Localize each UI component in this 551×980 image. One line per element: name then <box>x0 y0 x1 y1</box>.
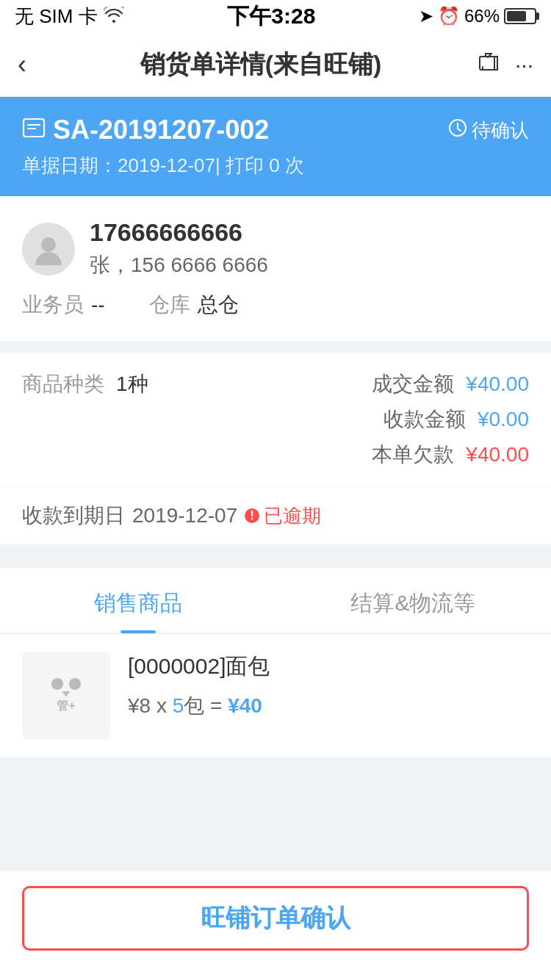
owl-eye-right <box>69 678 81 690</box>
divider-1 <box>0 341 551 353</box>
equals-text: = <box>204 694 228 717</box>
product-info: [0000002]面包 ¥8 x 5包 = ¥40 <box>128 652 529 720</box>
back-button[interactable]: ‹ <box>18 49 62 80</box>
nav-actions: ··· <box>460 51 533 78</box>
amount-label-0: 成交金额 <box>372 370 454 398</box>
order-banner: SA-20191207-002 待确认 单据日期：2019-12-07| 打印 … <box>0 97 551 196</box>
due-date-section: 收款到期日 2019-12-07 ! 已逾期 <box>0 486 551 544</box>
share-icon[interactable] <box>478 51 500 78</box>
unit-text: 包 <box>184 694 204 717</box>
product-kind: 商品种类 1种 <box>22 370 148 398</box>
product-price-row: ¥8 x 5包 = ¥40 <box>128 692 529 720</box>
clock-icon <box>448 118 467 143</box>
overdue-icon: ! <box>245 508 259 523</box>
alarm-icon: ⏰ <box>438 6 460 26</box>
owl-eye-left <box>51 678 63 690</box>
product-kind-value: 1种 <box>116 370 148 398</box>
status-right: ➤ ⏰ 66% <box>419 6 536 26</box>
owl-text: 管+ <box>57 699 75 714</box>
order-status: 待确认 <box>448 118 529 143</box>
customer-name: 张，156 6666 6666 <box>90 251 529 279</box>
amount-value-2: ¥40.00 <box>466 443 529 466</box>
due-date-value: 2019-12-07 <box>132 504 237 527</box>
amount-label-1: 收款金额 <box>383 406 466 433</box>
status-carrier: 无 SIM 卡 <box>15 4 124 29</box>
page-title: 销货单详情(来自旺铺) <box>62 48 460 82</box>
summary-section: 商品种类 1种 成交金额 ¥40.00 收款金额 ¥0.00 本单欠款 ¥40.… <box>0 353 551 486</box>
nav-bar: ‹ 销货单详情(来自旺铺) ··· <box>0 32 551 97</box>
owl-beak <box>62 691 71 697</box>
customer-meta: 业务员 -- 仓库 总仓 <box>22 291 529 319</box>
amounts-list: 成交金额 ¥40.00 收款金额 ¥0.00 本单欠款 ¥40.00 <box>372 370 529 469</box>
price-base: ¥8 x <box>128 694 173 717</box>
order-icon <box>22 118 46 143</box>
battery-icon <box>504 8 536 24</box>
carrier-text: 无 SIM 卡 <box>15 4 98 29</box>
amount-value-1: ¥0.00 <box>478 408 529 431</box>
due-date-label: 收款到期日 <box>22 502 125 530</box>
confirm-button[interactable]: 旺铺订单确认 <box>22 886 529 951</box>
amount-row-2: 本单欠款 ¥40.00 <box>372 441 529 469</box>
salesperson-value: -- <box>91 293 105 317</box>
order-date: 单据日期：2019-12-07| 打印 0 次 <box>22 153 529 179</box>
tab-products[interactable]: 销售商品 <box>0 568 276 633</box>
avatar <box>22 223 75 275</box>
total-price: ¥40 <box>228 694 262 717</box>
customer-info: 17666666666 张，156 6666 6666 <box>90 218 529 279</box>
customer-phone: 17666666666 <box>90 218 529 247</box>
product-section: 管+ [0000002]面包 ¥8 x 5包 = ¥40 <box>0 634 551 757</box>
more-icon[interactable]: ··· <box>515 52 533 77</box>
warehouse-item: 仓库 总仓 <box>149 291 239 319</box>
amount-label-2: 本单欠款 <box>372 441 454 469</box>
product-name: [0000002]面包 <box>128 652 529 682</box>
salesperson-item: 业务员 -- <box>22 291 105 319</box>
qty-value: 5 <box>173 694 184 717</box>
order-id: SA-20191207-002 <box>22 115 269 145</box>
product-logo: 管+ <box>51 678 81 714</box>
salesperson-label: 业务员 <box>22 291 84 319</box>
wifi-icon <box>104 5 124 28</box>
status-time: 下午3:28 <box>227 1 315 32</box>
overdue-badge: ! 已逾期 <box>245 503 321 529</box>
amount-value-0: ¥40.00 <box>466 372 529 396</box>
status-bar: 无 SIM 卡 下午3:28 ➤ ⏰ 66% <box>0 0 551 32</box>
product-image: 管+ <box>22 652 110 740</box>
bottom-bar: 旺铺订单确认 <box>0 871 551 980</box>
product-item: 管+ [0000002]面包 ¥8 x 5包 = ¥40 <box>22 652 529 740</box>
warehouse-label: 仓库 <box>149 291 190 319</box>
svg-point-3 <box>41 237 56 252</box>
product-kind-label: 商品种类 <box>22 370 104 398</box>
customer-section: 17666666666 张，156 6666 6666 业务员 -- 仓库 总仓 <box>0 196 551 341</box>
amount-row-1: 收款金额 ¥0.00 <box>383 406 529 433</box>
location-icon: ➤ <box>419 6 433 26</box>
tabs-section: 销售商品 结算&物流等 <box>0 568 551 634</box>
tab-settlement[interactable]: 结算&物流等 <box>276 568 551 633</box>
overdue-text: 已逾期 <box>264 503 321 529</box>
warehouse-value: 总仓 <box>198 291 239 319</box>
amount-row-0: 成交金额 ¥40.00 <box>372 370 529 398</box>
divider-2 <box>0 544 551 556</box>
battery-text: 66% <box>464 6 500 26</box>
